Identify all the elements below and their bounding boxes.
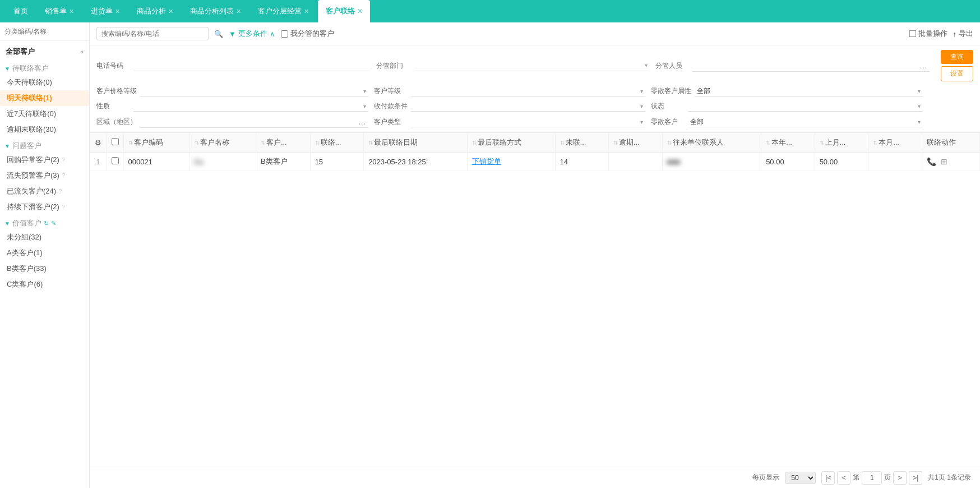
sidebar-item-a-class[interactable]: A类客户(1) (0, 245, 89, 261)
nav-customer-segmentation[interactable]: 客户分层经营 ✕ (250, 0, 317, 22)
sidebar-item-abnormal-repurchase[interactable]: 回购异常客户(2) ? (0, 152, 89, 168)
sort-icon-year[interactable]: ⇅ (766, 140, 770, 146)
sidebar-item-tomorrow-pending[interactable]: 明天待联络(1) (0, 90, 89, 106)
first-page-btn[interactable]: |< (821, 471, 835, 485)
nav-close-sales[interactable]: ✕ (69, 8, 74, 15)
payment-select-wrapper: ▾ (411, 101, 646, 112)
more-conditions-btn[interactable]: ▼ 更多条件 ∧ (229, 29, 275, 39)
region-label: 区域（地区） (96, 117, 137, 127)
dept-select[interactable] (413, 61, 650, 71)
sort-icon-contacts[interactable]: ⇅ (315, 140, 320, 146)
nav-close-contact[interactable]: ✕ (357, 8, 362, 15)
nav-close-product-analysis[interactable]: ✕ (168, 8, 173, 15)
sort-icon-unit[interactable]: ⇅ (667, 140, 672, 146)
region-dots[interactable]: … (358, 117, 366, 126)
last-month-column-header: ⇅上月... (815, 133, 868, 153)
gender-label: 性质 (96, 102, 130, 111)
nav-product-analysis[interactable]: 商品分析 ✕ (129, 0, 181, 22)
sort-icon-date[interactable]: ⇅ (368, 140, 373, 146)
sort-icon-name[interactable]: ⇅ (195, 140, 199, 146)
search-icon[interactable]: 🔍 (214, 30, 223, 38)
dept-select-wrapper: ▾ (413, 61, 650, 71)
total-info: 共1页 1条记录 (928, 473, 971, 482)
page-input[interactable] (862, 471, 882, 485)
table-header: ⚙ ⇅客户编码 ⇅客户名称 ⇅客户... (90, 133, 980, 153)
sidebar-item-churn-warning[interactable]: 流失预警客户(3) ? (0, 168, 89, 183)
last-page-btn[interactable]: >| (909, 471, 922, 485)
edit-icon[interactable]: ✎ (51, 220, 56, 227)
contact-method-link[interactable]: 下销货单 (472, 157, 501, 165)
nav-close-segmentation[interactable]: ✕ (304, 8, 309, 15)
last-contact-method-column-header: ⇅最后联络方式 (467, 133, 555, 153)
retail-attr-field: 零散客户属性 全部 ▾ (651, 86, 923, 96)
retail-attr-select[interactable]: 全部 (695, 86, 923, 96)
customer-level-select[interactable] (411, 86, 646, 96)
grid-icon[interactable]: ⊞ (941, 157, 947, 166)
refresh-icon[interactable]: ↻ (44, 220, 49, 227)
search-input[interactable] (96, 27, 209, 40)
payment-select[interactable] (411, 101, 646, 111)
last-contact-date-column-header: ⇅最后联络日期 (364, 133, 467, 153)
sidebar-item-c-class[interactable]: C类客户(6) (0, 277, 89, 292)
nav-close-product-list[interactable]: ✕ (236, 8, 241, 15)
my-customers-checkbox[interactable] (281, 30, 288, 38)
sort-icon-last-month[interactable]: ⇅ (820, 140, 824, 146)
export-btn[interactable]: ↑ 导出 (953, 29, 974, 39)
nav-close-purchase[interactable]: ✕ (115, 8, 120, 15)
phone-input[interactable] (133, 61, 371, 71)
payment-field: 收付款条件 ▾ (374, 101, 646, 112)
nav-customer-contact[interactable]: 客户联络 ✕ (318, 0, 370, 22)
table-body: 1 000021 Ea B类客户 15 2023-05-23 18:25: 下销… (90, 153, 980, 171)
next-page-btn[interactable]: > (893, 471, 907, 485)
page-label: 第 (853, 473, 859, 482)
nav-product-analysis-list[interactable]: 商品分析列表 ✕ (182, 0, 249, 22)
this-year-column-header: ⇅本年... (761, 133, 815, 153)
call-icon[interactable]: 📞 (927, 157, 936, 166)
status-select[interactable] (688, 101, 923, 111)
prev-page-btn[interactable]: < (837, 471, 850, 485)
nav-home[interactable]: 首页 (6, 0, 36, 22)
page-size-select[interactable]: 50 100 200 (785, 472, 816, 484)
sidebar: 🔍 全部客户 « ▼ 待联络客户 今天待联络(0) 明天待联络(1) 近7天待联… (0, 22, 90, 488)
advanced-filters-panel: 电话号码 分管部门 ▾ 分管人员 … 查询 (90, 45, 980, 133)
table-row: 1 000021 Ea B类客户 15 2023-05-23 18:25: 下销… (90, 153, 980, 171)
sort-icon-code[interactable]: ⇅ (128, 140, 133, 146)
triangle-icon-3: ▼ (4, 220, 10, 227)
customer-value-select[interactable] (140, 86, 368, 96)
status-field: 状态 ▾ (651, 101, 923, 112)
sidebar-item-declining[interactable]: 持续下滑客户(2) ? (0, 199, 89, 215)
nav-purchase-order[interactable]: 进货单 ✕ (83, 0, 128, 22)
payment-label: 收付款条件 (374, 102, 408, 111)
query-button[interactable]: 查询 (941, 50, 973, 64)
setting-button[interactable]: 设置 (941, 66, 973, 81)
batch-op-btn[interactable]: 批量操作 (909, 29, 947, 39)
sidebar-item-b-class[interactable]: B类客户(33) (0, 261, 89, 277)
sidebar-all-customers[interactable]: 全部客户 « (6, 44, 84, 59)
sidebar-item-7days-pending[interactable]: 近7天待联络(0) (0, 106, 89, 122)
sort-icon-this-month[interactable]: ⇅ (873, 140, 877, 146)
unit-contact-column-header: ⇅往来单位联系人 (662, 133, 761, 153)
sidebar-item-overdue-pending[interactable]: 逾期未联络(30) (0, 122, 89, 137)
sidebar-item-churned[interactable]: 已流失客户(24) ? (0, 183, 89, 199)
customer-type-select-wrapper: ▾ (411, 117, 646, 127)
customer-type-select[interactable] (411, 117, 646, 127)
sidebar-item-ungrouped[interactable]: 未分组(32) (0, 229, 89, 245)
nav-sales-order[interactable]: 销售单 ✕ (37, 0, 82, 22)
sidebar-item-today-pending[interactable]: 今天待联络(0) (0, 75, 89, 90)
sort-icon-method[interactable]: ⇅ (472, 140, 477, 146)
main-layout: 🔍 全部客户 « ▼ 待联络客户 今天待联络(0) 明天待联络(1) 近7天待联… (0, 22, 980, 488)
export-icon: ↑ (953, 30, 957, 38)
row-select-checkbox[interactable] (112, 157, 119, 164)
retail-select[interactable]: 全部 (688, 117, 923, 127)
question-icon-3: ? (58, 188, 62, 195)
sort-icon-overdue[interactable]: ⇅ (613, 140, 618, 146)
sort-icon-no-contact[interactable]: ⇅ (560, 140, 565, 146)
sidebar-search-input[interactable] (4, 27, 89, 35)
sort-icon-type[interactable]: ⇅ (261, 140, 265, 146)
gender-select[interactable] (133, 101, 368, 111)
person-dots[interactable]: … (919, 61, 927, 70)
my-customers-checkbox-label[interactable]: 我分管的客户 (281, 29, 334, 39)
gear-icon[interactable]: ⚙ (95, 139, 101, 147)
select-all-checkbox[interactable] (112, 138, 119, 145)
row-contacts: 15 (310, 153, 364, 171)
